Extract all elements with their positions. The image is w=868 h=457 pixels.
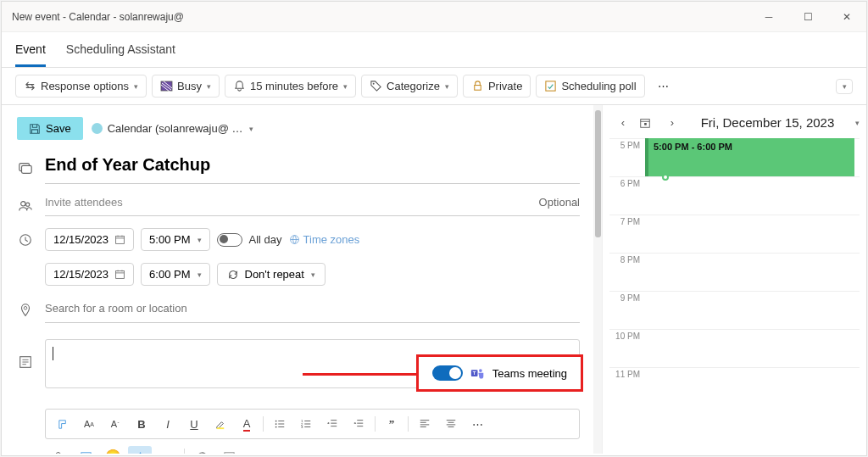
align-left-button[interactable] (413, 414, 437, 434)
chevron-down-icon: ▾ (343, 82, 348, 91)
indent-button[interactable] (347, 414, 370, 434)
calendar-picker[interactable]: Calendar (solanrewaju@ … ▾ (92, 122, 253, 135)
tab-scheduling-assistant[interactable]: Scheduling Assistant (66, 37, 175, 67)
svg-point-20 (275, 426, 277, 428)
picture-button[interactable] (74, 446, 97, 454)
ribbon-overflow-button[interactable]: ⋯ (650, 75, 676, 97)
save-icon (29, 123, 41, 135)
format-painter-button[interactable] (51, 414, 75, 434)
format-toolbar: AA A˅ B I U A 123 ” ⋯ (45, 409, 580, 439)
font-color-button[interactable]: A (235, 414, 259, 434)
poll-icon (544, 80, 557, 92)
repeat-icon (227, 269, 239, 281)
save-button[interactable]: Save (17, 117, 83, 140)
next-day-button[interactable]: › (664, 116, 681, 129)
current-time-indicator (662, 174, 669, 181)
people-icon (17, 198, 34, 214)
chevron-down-icon[interactable]: ▾ (855, 119, 860, 127)
time-label: 11 PM (609, 368, 645, 405)
numbering-button[interactable]: 123 (294, 414, 318, 434)
bold-button[interactable]: B (130, 414, 153, 434)
svg-rect-5 (22, 165, 32, 173)
highlight-button[interactable] (209, 414, 232, 434)
globe-icon (289, 234, 300, 245)
align-center-button[interactable] (439, 414, 463, 434)
chevron-down-icon: ▾ (198, 236, 202, 244)
svg-rect-30 (644, 123, 647, 125)
svg-point-18 (275, 421, 277, 422)
signature-button[interactable] (155, 446, 179, 454)
time-label: 9 PM (609, 292, 645, 329)
minimize-button[interactable]: ─ (749, 2, 788, 32)
titlebar: New event - Calendar - solanrewaju@ ─ ☐ … (2, 2, 866, 32)
svg-rect-9 (116, 236, 125, 243)
response-options-button[interactable]: Response options ▾ (15, 75, 147, 98)
busy-status-button[interactable]: Busy ▾ (152, 75, 220, 98)
close-button[interactable]: ✕ (827, 2, 866, 32)
event-title-input[interactable] (45, 152, 580, 184)
ink-button[interactable] (128, 446, 152, 454)
start-date-input[interactable]: 12/15/2023 (45, 228, 134, 251)
ribbon-expand-button[interactable]: ▾ (836, 79, 853, 94)
calendar-icon (114, 234, 125, 245)
underline-button[interactable]: U (182, 414, 206, 434)
prev-day-button[interactable]: ‹ (615, 116, 632, 129)
svg-rect-11 (116, 270, 125, 278)
font-size-button[interactable]: A˅ (103, 414, 127, 434)
bullets-button[interactable] (268, 414, 292, 434)
time-label: 5 PM (609, 139, 645, 176)
time-row[interactable]: 8 PM (609, 253, 860, 291)
categorize-button[interactable]: Categorize ▾ (361, 75, 458, 98)
busy-icon (160, 80, 173, 92)
svg-point-6 (21, 202, 25, 206)
outdent-button[interactable] (320, 414, 344, 434)
svg-rect-24 (81, 452, 90, 454)
calendar-color-dot (92, 123, 103, 134)
teams-meeting-toggle[interactable] (432, 365, 463, 381)
end-time-input[interactable]: 6:00 PM ▾ (141, 263, 209, 286)
attendees-input[interactable]: Invite attendees (45, 196, 539, 209)
attach-button[interactable]: ▾ (47, 446, 70, 454)
time-grid: 5:00 PM - 6:00 PM 5 PM6 PM7 PM8 PM9 PM10… (609, 138, 860, 405)
italic-button[interactable]: I (156, 414, 180, 434)
allday-label: All day (249, 233, 282, 246)
chevron-down-icon: ▾ (311, 270, 315, 279)
day-title: Fri, December 15, 2023 (688, 115, 847, 130)
clock-icon (17, 232, 34, 248)
event-block[interactable]: 5:00 PM - 6:00 PM (645, 138, 854, 176)
calendar-icon (114, 269, 125, 280)
scheduling-poll-button[interactable]: Scheduling poll (536, 75, 644, 98)
tab-event[interactable]: Event (15, 37, 46, 67)
format-more-button[interactable]: ⋯ (465, 414, 489, 434)
location-input[interactable] (45, 298, 580, 323)
time-row[interactable]: 7 PM (609, 215, 860, 253)
svg-text:3: 3 (301, 425, 303, 429)
time-row[interactable]: 6 PM (609, 176, 860, 215)
time-row[interactable]: 10 PM (609, 329, 860, 367)
time-row[interactable]: 9 PM (609, 291, 860, 329)
time-label: 7 PM (609, 215, 645, 253)
start-time-input[interactable]: 5:00 PM ▾ (141, 228, 209, 251)
private-button[interactable]: Private (463, 75, 531, 98)
allday-toggle[interactable] (217, 233, 242, 247)
time-row[interactable]: 11 PM (609, 367, 860, 405)
timezones-link[interactable]: Time zones (289, 233, 360, 246)
window-title: New event - Calendar - solanrewaju@ (2, 11, 749, 23)
description-icon (17, 354, 34, 370)
quote-button[interactable]: ” (380, 414, 403, 434)
chevron-down-icon: ▾ (198, 270, 202, 279)
optional-attendees-link[interactable]: Optional (539, 196, 580, 209)
end-date-input[interactable]: 12/15/2023 (45, 263, 134, 286)
loop-component-button[interactable] (190, 446, 214, 454)
svg-point-12 (24, 307, 27, 310)
svg-rect-17 (216, 427, 223, 429)
title-icon (17, 160, 34, 176)
font-button[interactable]: AA (77, 414, 101, 434)
scrollbar[interactable] (593, 105, 602, 454)
reminder-button[interactable]: 15 minutes before ▾ (225, 75, 356, 98)
today-button[interactable] (639, 117, 656, 129)
emoji-button[interactable]: 😊 (101, 446, 125, 454)
repeat-button[interactable]: Don't repeat ▾ (217, 263, 326, 286)
dictate-button[interactable] (217, 446, 241, 454)
maximize-button[interactable]: ☐ (788, 2, 827, 32)
